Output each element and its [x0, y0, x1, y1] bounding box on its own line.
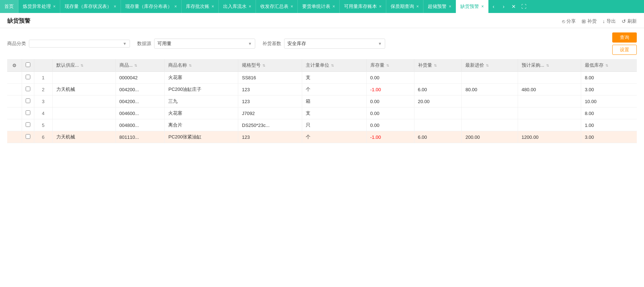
- tab-xiancunliang2[interactable]: 现存量（库存分布表） ×: [121, 0, 182, 13]
- tab-close-keyongliang[interactable]: ×: [379, 4, 382, 9]
- cell-min-stock: 3.00: [581, 84, 637, 96]
- query-button[interactable]: 查询: [612, 32, 637, 43]
- cell-checkbox[interactable]: [22, 96, 34, 107]
- th-spec[interactable]: 规格型号 ⇅: [238, 59, 302, 72]
- th-name[interactable]: 商品名称 ⇅: [165, 59, 238, 72]
- filter-datasource-value: 可用量: [157, 40, 171, 47]
- row-checkbox[interactable]: [26, 134, 30, 139]
- tab-nav-close[interactable]: ✕: [509, 0, 519, 13]
- tab-shoufacun[interactable]: 收发存汇总表 ×: [256, 0, 298, 13]
- select-all-checkbox[interactable]: [26, 62, 30, 67]
- tab-yaohuo[interactable]: 要货单统计表 ×: [298, 0, 340, 13]
- filter-datasource-select[interactable]: 可用量 ▼: [154, 39, 255, 49]
- th-restock-qty[interactable]: 补货量 ⇅: [414, 59, 462, 72]
- tab-home[interactable]: 首页: [0, 0, 18, 13]
- cell-unit: 支: [302, 72, 366, 84]
- th-gear[interactable]: ⚙: [7, 59, 22, 72]
- cell-name: PC200油缸庄子: [165, 84, 238, 96]
- cell-name: 火花塞: [165, 72, 238, 84]
- tab-nav-next[interactable]: ›: [499, 0, 509, 13]
- cell-checkbox[interactable]: [22, 72, 34, 84]
- cell-gear: [7, 119, 22, 131]
- th-checkbox[interactable]: [22, 59, 34, 72]
- table-row: 2力天机械004200...PC200油缸庄子123个-1.006.0080.0…: [7, 84, 637, 96]
- cell-est-purchase: [518, 72, 581, 84]
- tab-close-yaohuo[interactable]: ×: [332, 4, 335, 9]
- row-checkbox[interactable]: [26, 75, 30, 79]
- tab-close-churuku[interactable]: ×: [249, 4, 251, 9]
- tab-chaochuyujing[interactable]: 超储预警 ×: [423, 0, 456, 13]
- cell-est-purchase: [518, 96, 581, 107]
- filter-restock-select[interactable]: 安全库存 ▼: [284, 39, 385, 49]
- filter-restock-chevron: ▼: [378, 41, 382, 46]
- tab-nav-prev[interactable]: ‹: [488, 0, 499, 13]
- filter-restock-group: 补货基数 安全库存 ▼: [262, 39, 385, 49]
- cell-spec: 123: [238, 84, 302, 96]
- cell-latest-price: 200.00: [462, 131, 518, 143]
- th-est-purchase[interactable]: 预计采购... ⇅: [518, 59, 581, 72]
- tab-close-kucunpici[interactable]: ×: [212, 4, 214, 9]
- cell-checkbox[interactable]: [22, 84, 34, 96]
- th-stock[interactable]: 库存量 ⇅: [366, 59, 414, 72]
- restock-button[interactable]: ⊞ 补货: [582, 18, 597, 25]
- tab-close-baozhi[interactable]: ×: [416, 4, 419, 9]
- cell-index: 6: [34, 131, 52, 143]
- tab-quehuo[interactable]: 缺货预警 ×: [456, 0, 488, 13]
- cell-restock-qty: [414, 107, 462, 119]
- restock-icon: ⊞: [582, 18, 586, 24]
- cell-restock-qty: 6.00: [414, 84, 462, 96]
- cell-name: 离合片: [165, 119, 238, 131]
- th-unit[interactable]: 主计量单位 ⇅: [302, 59, 366, 72]
- cell-name: PC200张紧油缸: [165, 131, 238, 143]
- th-min-stock[interactable]: 最低库存 ⇅: [581, 59, 637, 72]
- tab-close-xiancunliang2[interactable]: ×: [174, 4, 177, 9]
- tab-keyongliang[interactable]: 可用量库存账本 ×: [340, 0, 386, 13]
- cell-stock: -1.00: [366, 131, 414, 143]
- sort-icon-restock-qty: ⇅: [434, 63, 437, 67]
- cell-checkbox[interactable]: [22, 107, 34, 119]
- cell-supplier: [52, 119, 116, 131]
- table-header-row: ⚙ 默认供应... ⇅ 商品...: [7, 59, 637, 72]
- refresh-button[interactable]: ↺ 刷新: [622, 18, 637, 25]
- tab-close-lianghuo[interactable]: ×: [53, 4, 56, 9]
- tab-close-shoufacun[interactable]: ×: [291, 4, 293, 9]
- tab-lianghuo[interactable]: 炼货异常处理 ×: [18, 0, 60, 13]
- cell-name: 三九: [165, 96, 238, 107]
- th-supplier[interactable]: 默认供应... ⇅: [52, 59, 116, 72]
- th-latest-price[interactable]: 最新进价 ⇅: [462, 59, 518, 72]
- cell-code: 801110...: [116, 131, 165, 143]
- header-actions: ⎋ 分享 ⊞ 补货 ↓ 导出 ↺ 刷新: [562, 18, 637, 25]
- row-checkbox[interactable]: [26, 87, 30, 91]
- sort-icon-spec: ⇅: [262, 63, 265, 67]
- cell-stock: 0.00: [366, 107, 414, 119]
- tab-close-chaochuyujing[interactable]: ×: [449, 4, 451, 9]
- page-header: 缺货预警 ⎋ 分享 ⊞ 补货 ↓ 导出 ↺ 刷新: [0, 13, 644, 28]
- share-button[interactable]: ⎋ 分享: [562, 18, 576, 25]
- filter-category-select[interactable]: ▼: [29, 40, 130, 48]
- row-checkbox[interactable]: [26, 122, 30, 127]
- tab-baozhi[interactable]: 保质期查询 ×: [386, 0, 423, 13]
- th-code[interactable]: 商品... ⇅: [116, 59, 165, 72]
- tab-close-xiancunliang1[interactable]: ×: [114, 4, 116, 9]
- row-checkbox[interactable]: [26, 110, 30, 115]
- cell-checkbox[interactable]: [22, 119, 34, 131]
- cell-checkbox[interactable]: [22, 131, 34, 143]
- cell-gear: [7, 131, 22, 143]
- cell-latest-price: [462, 72, 518, 84]
- settings-button[interactable]: 设置: [612, 45, 637, 55]
- filter-category-chevron: ▼: [123, 41, 127, 46]
- export-button[interactable]: ↓ 导出: [602, 18, 616, 25]
- tab-nav-maximize[interactable]: ⛶: [519, 0, 529, 13]
- cell-supplier: [52, 107, 116, 119]
- tab-kucunpici[interactable]: 库存批次账 ×: [182, 0, 219, 13]
- tab-churuku[interactable]: 出入库流水 ×: [219, 0, 256, 13]
- row-checkbox[interactable]: [26, 98, 30, 103]
- cell-code: 0000042: [116, 72, 165, 84]
- table-row: 6力天机械801110...PC200张紧油缸123个-1.006.00200.…: [7, 131, 637, 143]
- cell-name: 火花塞: [165, 107, 238, 119]
- tab-xiancunliang1[interactable]: 现存量（库存状况表） ×: [60, 0, 121, 13]
- cell-unit: 个: [302, 84, 366, 96]
- cell-index: 3: [34, 96, 52, 107]
- tab-close-quehuo[interactable]: ×: [481, 4, 484, 9]
- cell-min-stock: 3.00: [581, 131, 637, 143]
